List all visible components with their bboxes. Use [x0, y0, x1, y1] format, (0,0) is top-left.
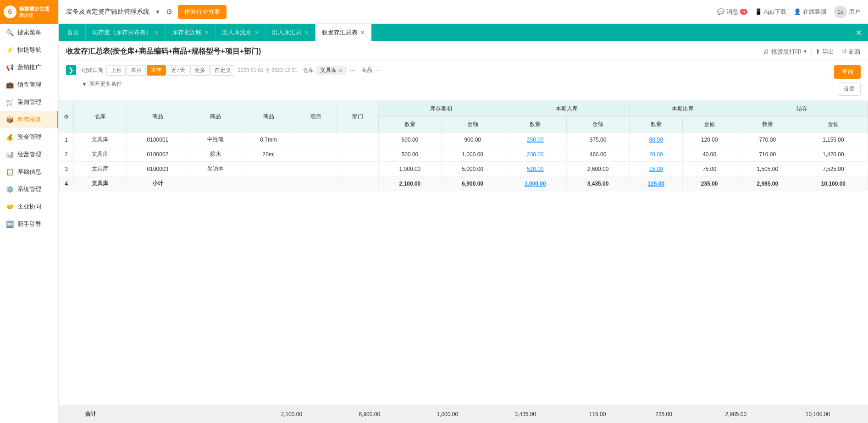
- user-label: 用户: [849, 8, 861, 16]
- message-action[interactable]: 💬 消息 6: [717, 8, 747, 16]
- refresh-label: 刷新: [849, 48, 861, 56]
- refresh-button[interactable]: ↺ 刷新: [842, 48, 861, 56]
- subtotal-empty1: [189, 176, 242, 191]
- th-in: 本期入库: [504, 101, 629, 117]
- subtotal-no: 4: [59, 176, 74, 191]
- total-bal-qty: 2,985.00: [697, 407, 775, 422]
- filter-row2: ▼ 展开更多条件: [82, 78, 829, 90]
- sidebar-item-basicinfo[interactable]: 📋 基础信息: [0, 163, 58, 181]
- tab-label: 库存批次账: [172, 28, 202, 37]
- warehouse-filter-label: 仓库: [303, 66, 314, 74]
- tab-close-icon[interactable]: ✕: [304, 30, 309, 36]
- sidebar-item-marketing[interactable]: 📢 营销推广: [0, 59, 58, 76]
- total-open-qty: 2,100.00: [253, 407, 331, 422]
- basicinfo-icon: 📋: [6, 168, 14, 176]
- tab-inventory-dist[interactable]: 现存量（库存分布表） ✕: [86, 24, 166, 41]
- trial-button[interactable]: 体验行业方案: [178, 5, 227, 19]
- row-open-amt: 5,000.00: [441, 162, 504, 176]
- sidebar-item-label: 营销推广: [17, 63, 41, 71]
- date-btn-this-year[interactable]: 本年: [147, 65, 166, 76]
- tab-summary[interactable]: 出入库汇总 ✕: [265, 24, 315, 41]
- sidebar-item-newguide[interactable]: 🆕 新手引导: [0, 215, 58, 233]
- row-open-qty: 600.00: [379, 132, 442, 147]
- divider: [838, 49, 838, 55]
- row-open-qty: 1,000.00: [379, 162, 442, 176]
- sidebar-item-search[interactable]: 🔍 搜索菜单: [0, 24, 58, 41]
- online-service-action[interactable]: 👤 在线客服: [794, 8, 827, 16]
- header-left: 装备及固定资产辅助管理系统 ▼ ⚙ 体验行业方案: [66, 5, 227, 19]
- th-out: 本期出库: [629, 101, 736, 117]
- tab-bar: 首页 现存量（库存分布表） ✕ 库存批次账 ✕ 出入库流水 ✕ 出入库汇总 ✕ …: [59, 24, 868, 41]
- filter-toggle-btn[interactable]: ❯: [66, 65, 76, 75]
- row-spec: 0.7mm: [242, 132, 295, 147]
- logo-icon: 6: [4, 5, 17, 18]
- sidebar-item-operations[interactable]: 📊 经营管理: [0, 146, 58, 163]
- row-in-amt: 2,600.00: [567, 162, 630, 176]
- sidebar-item-sales[interactable]: 💼 销售管理: [0, 76, 58, 93]
- app-download-action[interactable]: 📱 App下载: [755, 8, 786, 16]
- subtotal-label: 小计: [127, 176, 189, 191]
- sidebar-item-label: 基础信息: [17, 168, 41, 176]
- row-warehouse: 文具库: [74, 162, 127, 176]
- export-button[interactable]: ⬆ 导出: [815, 48, 834, 56]
- query-button[interactable]: 查询: [834, 65, 861, 79]
- date-btn-custom[interactable]: 自定义: [210, 65, 235, 76]
- sidebar-item-collab[interactable]: 🤝 企业协同: [0, 198, 58, 215]
- newguide-icon: 🆕: [6, 220, 14, 228]
- filter-row1: 记账日期 上月 本月 本年 近7天 更多 自定义 2023-01-01 至 20…: [82, 65, 829, 76]
- goods-filter-label: 商品: [361, 66, 372, 74]
- tab-close-icon[interactable]: ✕: [360, 30, 365, 36]
- tab-batch[interactable]: 库存批次账 ✕: [166, 24, 216, 41]
- date-btn-this-month[interactable]: 本月: [127, 65, 146, 76]
- row-spec: 20ml: [242, 147, 295, 162]
- total-in-amt: 3,435.00: [487, 407, 564, 422]
- system-dropdown[interactable]: ▼: [155, 9, 160, 15]
- th-bal-amt: 金额: [799, 117, 868, 132]
- warehouse-tag-close[interactable]: ✕: [338, 67, 343, 74]
- gear-icon[interactable]: ⚙: [166, 7, 172, 16]
- sidebar-item-quicknav[interactable]: ⚡ 快捷导航: [0, 41, 58, 59]
- th-name: 商品: [189, 101, 242, 132]
- user-action[interactable]: Ea 用户: [834, 5, 861, 18]
- tab-receipt-summary[interactable]: 收发存汇总表 ✕: [315, 24, 371, 41]
- subtotal-out-amt: 235.00: [683, 176, 736, 191]
- tab-close-icon[interactable]: ✕: [155, 30, 159, 36]
- th-open-amt: 金额: [441, 117, 504, 132]
- goods-ellipsis[interactable]: ···: [375, 66, 381, 75]
- sidebar-item-inventory[interactable]: 📦 库存核算: [0, 111, 58, 128]
- subtotal-warehouse: 文具库: [74, 176, 127, 191]
- marketing-icon: 📢: [6, 63, 14, 71]
- tab-flow[interactable]: 出入库流水 ✕: [216, 24, 265, 41]
- print-icon: 🖨: [763, 48, 769, 55]
- expand-label: 展开更多条件: [89, 80, 122, 88]
- tab-close-icon[interactable]: ✕: [205, 30, 209, 36]
- tab-close-icon[interactable]: ✕: [254, 30, 259, 36]
- expand-more-button[interactable]: ▼ 展开更多条件: [82, 78, 829, 90]
- download-icon: 📱: [755, 8, 762, 15]
- data-table-container: ⚙ 仓库 商品 商品 商品 项目 部门 库存期初 本期入库 本期出库 结存: [59, 101, 868, 405]
- settings-button[interactable]: 设置: [838, 82, 861, 96]
- refresh-icon: ↺: [842, 48, 847, 55]
- warehouse-ellipsis[interactable]: ···: [349, 66, 355, 75]
- row-dept: [337, 132, 379, 147]
- print-button[interactable]: 🖨 拣货版打印 ▼: [763, 48, 807, 56]
- row-bal-qty: 770.00: [736, 132, 799, 147]
- sidebar-item-system[interactable]: ⚙️ 系统管理: [0, 181, 58, 198]
- collab-icon: 🤝: [6, 203, 14, 211]
- sidebar-item-finance[interactable]: 💰 资金管理: [0, 128, 58, 146]
- table-row: 3 文具库 0100003 采访本 1,000.00 5,000.00 520.…: [59, 162, 868, 176]
- tab-bar-close-btn[interactable]: ✕: [851, 28, 866, 37]
- sidebar-item-label: 企业协同: [17, 203, 41, 211]
- tab-home[interactable]: 首页: [61, 24, 86, 41]
- th-code: 商品: [127, 101, 189, 132]
- th-bal-qty: 数量: [736, 117, 799, 132]
- date-btn-last-month[interactable]: 上月: [106, 65, 126, 76]
- row-out-qty: 80.00: [629, 132, 683, 147]
- date-btn-more[interactable]: 更多: [190, 65, 210, 76]
- service-icon: 👤: [794, 8, 801, 15]
- goods-filter-group: 商品 ···: [361, 66, 381, 75]
- table-row: 1 文具库 0100001 中性笔 0.7mm 600.00 900.00 25…: [59, 132, 868, 147]
- th-settings[interactable]: ⚙: [59, 101, 74, 132]
- date-btn-7days[interactable]: 近7天: [167, 65, 189, 76]
- sidebar-item-purchase[interactable]: 🛒 采购管理: [0, 93, 58, 111]
